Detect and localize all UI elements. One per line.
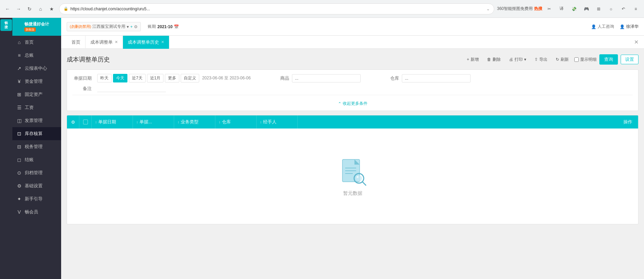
- sidebar-item-archive[interactable]: ⊙ 归档管理: [12, 166, 61, 179]
- settings-company-icon: ⚙: [134, 24, 138, 29]
- collapse-icon: ⌃: [338, 101, 341, 106]
- lock-icon: 🔒: [64, 7, 68, 11]
- sidebar-item-invoice[interactable]: ◫ 发票管理: [12, 114, 61, 127]
- date-btn-yesterday[interactable]: 昨天: [97, 74, 112, 82]
- settings-button[interactable]: ☼: [606, 4, 617, 14]
- company-name: 江西服宝测试专用: [92, 24, 125, 30]
- date-btn-custom[interactable]: 自定义: [181, 74, 199, 82]
- warehouse-selector[interactable]: ...: [402, 74, 471, 82]
- tab-cost-adjust-history-close[interactable]: ✕: [161, 40, 164, 44]
- svg-point-6: [356, 175, 362, 181]
- th-checkbox[interactable]: [83, 120, 88, 124]
- collapse-label: 收起更多条件: [343, 101, 368, 107]
- sidebar-item-closing-label: 结账: [25, 157, 34, 163]
- query-button[interactable]: 查询: [599, 54, 618, 65]
- tab-home[interactable]: 首页: [67, 36, 86, 49]
- th-type[interactable]: ↕ 业务类型: [174, 115, 215, 129]
- sidebar-item-fixed-assets[interactable]: ⊞ 固定资产: [12, 88, 61, 101]
- wallet-button[interactable]: 💸: [568, 4, 579, 14]
- sort-warehouse-icon: ↕: [219, 120, 221, 124]
- sidebar-logo-name: 畅捷通好会计: [24, 22, 49, 26]
- page-actions: + 新增 🗑 删除 🖨 打印 ▾ ⇧ 导出: [464, 54, 639, 65]
- th-check[interactable]: [79, 115, 92, 129]
- date-btn-1month[interactable]: 近1月: [147, 74, 164, 82]
- sidebar-item-inventory[interactable]: ⊡ 库存核算: [12, 127, 61, 140]
- back-button[interactable]: ←: [3, 4, 12, 14]
- goods-selector[interactable]: ...: [292, 74, 361, 82]
- consultation-button[interactable]: 👤 人工咨询: [591, 24, 614, 30]
- goods-placeholder: ...: [295, 76, 298, 81]
- bookmark-button[interactable]: ★: [47, 4, 56, 14]
- scissors-button[interactable]: ✂: [544, 4, 555, 14]
- filter-area: 单据日期 昨天 今天 近7天 近1月 更多 自定义 2023-06-06 至 2…: [67, 69, 639, 111]
- sidebar-item-settings[interactable]: ⚙ 基础设置: [12, 179, 61, 192]
- tab-cost-adjust-history[interactable]: 成本调整单历史 ✕: [123, 36, 169, 49]
- sidebar-item-guide[interactable]: ✦ 新手引导: [12, 192, 61, 205]
- top-bar: (勿删勿禁用) 江西服宝测试专用 ▾ + ⚙ 账期 2021-10 📅 👤 人工…: [61, 18, 644, 36]
- show-columns-checkbox[interactable]: [574, 57, 579, 62]
- th-settings-icon: ⚙: [71, 120, 75, 125]
- th-warehouse[interactable]: ↕ 仓库: [215, 115, 257, 129]
- grid-button[interactable]: ⊞: [593, 4, 604, 14]
- sidebar-item-tax[interactable]: ⊟ 税务管理: [12, 140, 61, 153]
- tab-cost-adjust-close[interactable]: ✕: [115, 40, 118, 44]
- th-num[interactable]: ↕ 单据...: [133, 115, 174, 129]
- close-all-tabs-button[interactable]: ✕: [634, 39, 639, 45]
- delete-label: 删除: [493, 57, 501, 63]
- url-text: https://cloud.chanjet.com/accounting/uru…: [70, 7, 150, 11]
- setting-button[interactable]: 设置: [621, 55, 639, 64]
- tab-bar: 首页 成本调整单 ✕ 成本调整单历史 ✕ ✕: [61, 36, 644, 49]
- address-bar[interactable]: 🔒 https://cloud.chanjet.com/accounting/u…: [59, 3, 494, 14]
- sidebar-item-invoice-label: 发票管理: [25, 118, 43, 124]
- archive-icon: ⊙: [16, 170, 22, 176]
- forward-button[interactable]: →: [14, 4, 23, 14]
- print-label: 打印: [515, 57, 523, 63]
- sidebar-item-vip[interactable]: V 畅会员: [12, 205, 61, 219]
- inventory-icon: ⊡: [16, 131, 22, 136]
- show-columns-toggle[interactable]: 显示明细: [574, 57, 597, 63]
- add-button[interactable]: + 新增: [464, 55, 482, 64]
- th-handler[interactable]: ↕ 经手人: [257, 115, 298, 129]
- undo-button[interactable]: ↶: [618, 4, 629, 14]
- sort-handler-icon: ↕: [260, 120, 262, 124]
- calendar-icon[interactable]: 📅: [174, 24, 179, 29]
- sidebar-item-funds-label: 资金管理: [25, 78, 43, 85]
- notes-input[interactable]: [97, 85, 166, 92]
- print-button[interactable]: 🖨 打印 ▾: [506, 55, 529, 64]
- menu-button[interactable]: ≡: [630, 4, 641, 14]
- icon-sidebar-logo[interactable]: 畅捷: [0, 19, 12, 31]
- th-date[interactable]: ↕ 单据日期: [92, 115, 133, 129]
- refresh-button[interactable]: ↻ 刷新: [553, 55, 572, 64]
- sidebar-item-payroll[interactable]: ☰ 工资: [12, 101, 61, 114]
- content-area: (勿删勿禁用) 江西服宝测试专用 ▾ + ⚙ 账期 2021-10 📅 👤 人工…: [61, 18, 644, 279]
- sidebar-item-ledger[interactable]: ≡ 总账: [12, 49, 61, 62]
- empty-text: 暂元数据: [343, 190, 362, 197]
- sidebar-item-reports[interactable]: ↗ 云报表中心: [12, 62, 61, 75]
- filter-row-2: 备注: [72, 85, 633, 92]
- th-settings[interactable]: ⚙: [67, 115, 79, 129]
- home-button[interactable]: ⌂: [36, 4, 45, 14]
- sidebar-item-home[interactable]: ⌂ 首页: [12, 36, 61, 49]
- delete-button[interactable]: 🗑 删除: [484, 55, 504, 64]
- date-btn-7days[interactable]: 近7天: [129, 74, 146, 82]
- sidebar-nav: ⌂ 首页 ≡ 总账 ↗ 云报表中心 ¥ 资金管理 ⊞ 固定资产 ☰ 工资: [12, 36, 61, 279]
- collapse-button[interactable]: ⌃ 收起更多条件: [72, 101, 633, 107]
- browser-tools: 360智能抠图免费用 热搜 ✂ 译 💸 🎮 ⊞ ☼ ↶ ≡: [497, 4, 641, 14]
- company-selector[interactable]: (勿删勿禁用) 江西服宝测试专用 ▾ + ⚙: [67, 22, 141, 31]
- sidebar-item-closing[interactable]: ◻ 结账: [12, 153, 61, 166]
- closing-icon: ◻: [16, 157, 22, 163]
- sidebar-item-inventory-label: 库存核算: [25, 131, 43, 137]
- export-button[interactable]: ⇧ 导出: [532, 55, 550, 64]
- tab-cost-adjust[interactable]: 成本调整单 ✕: [86, 36, 123, 49]
- tab-cost-adjust-label: 成本调整单: [90, 39, 113, 45]
- translate-button[interactable]: 译: [556, 4, 567, 14]
- date-btn-more[interactable]: 更多: [165, 74, 179, 82]
- reports-icon: ↗: [16, 66, 22, 71]
- funds-icon: ¥: [16, 79, 22, 84]
- date-btn-today[interactable]: 今天: [113, 74, 127, 82]
- sidebar-item-funds[interactable]: ¥ 资金管理: [12, 75, 61, 88]
- table-container: ⚙ ↕ 单据日期 ↕ 单据... ↕ 业务类型: [67, 115, 639, 224]
- game-button[interactable]: 🎮: [581, 4, 592, 14]
- reload-button[interactable]: ↻: [25, 4, 34, 14]
- user-button[interactable]: 👤 徐泽华: [620, 24, 639, 30]
